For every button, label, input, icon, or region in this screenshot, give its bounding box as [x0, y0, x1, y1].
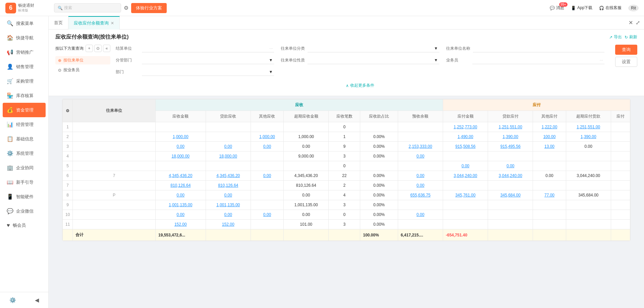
dept-select[interactable]: ▼ [142, 68, 274, 76]
sidebar-item-operations[interactable]: 📊 经营管理 [0, 117, 48, 132]
settings-icon[interactable]: ⚙ [124, 5, 128, 11]
solution-button[interactable]: 体验行业方案 [131, 3, 167, 13]
rec-other-7 [251, 181, 283, 190]
sidebar-item-member[interactable]: ♥ 畅会员 [0, 218, 48, 232]
pay-loan-1[interactable]: 1,251,551.00 [488, 122, 533, 132]
sidebar-item-search-menu[interactable]: 🔍 搜索菜单 [0, 16, 48, 31]
staff-input[interactable]: ··· [472, 56, 604, 64]
partner-category-select[interactable]: ▼ [308, 45, 439, 52]
collapse-conditions-btn[interactable]: ∧ 收起更多条件 [116, 81, 604, 90]
filter-by-partner[interactable]: ⊕ 按往来单位 [55, 56, 110, 64]
rec-advance-6[interactable]: 0.00 [398, 171, 443, 181]
rec-amount-9[interactable]: 1,001,135.00 [155, 200, 206, 210]
sidebar-item-hardware[interactable]: 📱 智能硬件 [0, 189, 48, 204]
pay-loan-6[interactable]: 3,044,240.00 [488, 171, 533, 181]
rec-loan-8[interactable]: 0.00 [206, 190, 251, 200]
rec-loan-6[interactable]: 4,345,436.20 [206, 171, 251, 181]
sidebar-item-sales[interactable]: 👤 销售管理 [0, 59, 48, 74]
sidebar-item-enterprise[interactable]: 🏢 企业协同 [0, 161, 48, 175]
sidebar-item-wechat[interactable]: 💬 企业微信 [0, 204, 48, 218]
pay-loan-5[interactable]: 0.00 [488, 161, 533, 171]
sidebar-item-system[interactable]: ⚙️ 系统管理 [0, 146, 48, 161]
rec-advance-10[interactable]: 0.00 [398, 210, 443, 220]
sidebar-item-marketing[interactable]: 📢 营销推广 [0, 45, 48, 59]
rec-amount-8[interactable]: 0.00 [155, 190, 206, 200]
rec-count-7: 2 [329, 181, 360, 190]
rec-other-10[interactable]: 0.00 [251, 210, 283, 220]
online-service-button[interactable]: 🎧 在线客服 [599, 5, 622, 11]
sidebar-item-quick-nav[interactable]: 🏠 快捷导航 [0, 31, 48, 45]
rec-amount-11[interactable]: 152.00 [155, 220, 206, 229]
rec-advance-4[interactable]: 0.00 [398, 151, 443, 161]
pay-amount-6[interactable]: 3,044,240.00 [443, 171, 488, 181]
sidebar-collapse-icon[interactable]: ◀ [35, 297, 39, 303]
sidebar-item-guide[interactable]: 📖 新手引导 [0, 175, 48, 189]
partner-6: 7 [73, 171, 156, 181]
message-badge: 99+ [559, 2, 568, 7]
sidebar-settings-icon[interactable]: ⚙️ [9, 297, 16, 303]
rec-loan-3[interactable]: 0.00 [206, 142, 251, 151]
rec-loan-10[interactable]: 0.00 [206, 210, 251, 220]
sidebar-item-inventory[interactable]: 🏪 库存核算 [0, 88, 48, 103]
rec-amount-7[interactable]: 810,126.64 [155, 181, 206, 190]
pay-loan-3[interactable]: 915,495.56 [488, 142, 533, 151]
pay-overdue-2[interactable]: 1,390.00 [566, 132, 611, 142]
rec-amount-10[interactable]: 0.00 [155, 210, 206, 220]
filter-collapse-btn[interactable]: « [103, 45, 110, 52]
tab-receivable[interactable]: 应收应付余额查询 ✕ [68, 16, 120, 30]
pay-amount-3[interactable]: 915,508.56 [443, 142, 488, 151]
rec-loan-11[interactable]: 152.00 [206, 220, 251, 229]
pay-amount-2[interactable]: 1,490.00 [443, 132, 488, 142]
user-avatar[interactable]: Rit [628, 6, 639, 10]
row-num-1: 1 [63, 122, 73, 132]
export-button[interactable]: ↗ 导出 [609, 34, 622, 40]
footer-rec-ratio: 100.00% [360, 229, 398, 241]
pay-other-8[interactable]: 77.00 [533, 190, 566, 200]
tab-home[interactable]: 首页 [49, 16, 68, 30]
export-icon: ↗ [609, 35, 612, 40]
pay-overdue-1[interactable]: 1,251,551.00 [566, 122, 611, 132]
header-search[interactable]: 🔍 搜索 [54, 3, 121, 12]
filter-add-btn[interactable]: + [86, 45, 93, 52]
partner-nature-select[interactable]: ▼ [308, 56, 439, 64]
rec-amount-3[interactable]: 0.00 [155, 142, 206, 151]
pay-amount-1[interactable]: 1,252,773.00 [443, 122, 488, 132]
rec-other-6[interactable]: 0.00 [251, 171, 283, 181]
refresh-button[interactable]: ↻ 刷新 [625, 34, 637, 40]
rec-loan-4[interactable]: 18,000.00 [206, 151, 251, 161]
settlement-unit-input[interactable]: ··· [142, 45, 274, 52]
filter-by-staff[interactable]: ⊙ 按业务员 [55, 66, 110, 74]
sidebar-item-basic-info[interactable]: 📋 基础信息 [0, 132, 48, 146]
pay-amount-5[interactable]: 0.00 [443, 161, 488, 171]
tab-maximize-icon[interactable]: ⤢ [636, 19, 640, 26]
filter-edit-btn[interactable]: ⊙ [94, 45, 102, 52]
rec-amount-4[interactable]: 18,000.00 [155, 151, 206, 161]
pay-amount-8[interactable]: 345,761.00 [443, 190, 488, 200]
tab-close-icon[interactable]: ✕ [111, 21, 114, 26]
rec-advance-7[interactable]: 0.00 [398, 181, 443, 190]
rec-loan-7[interactable]: 810,126.64 [206, 181, 251, 190]
settings-button[interactable]: 设置 [615, 57, 637, 67]
message-button[interactable]: 💬 消息 99+ [550, 5, 564, 11]
sidebar-item-purchase[interactable]: 🛒 采购管理 [0, 74, 48, 88]
rec-amount-2[interactable]: 1,000.00 [155, 132, 206, 142]
rec-advance-3[interactable]: 2,153,333.00 [398, 142, 443, 151]
table-settings-col[interactable]: ⚙ [63, 99, 73, 122]
query-button[interactable]: 查询 [615, 45, 637, 55]
sidebar-item-finance[interactable]: 💰 资金管理 [3, 103, 46, 117]
pay-other-3[interactable]: 13.00 [533, 142, 566, 151]
partner-name-input[interactable] [473, 45, 604, 52]
rec-other-2[interactable]: 1,000.00 [251, 132, 283, 142]
pay-other-1[interactable]: 1,222.00 [533, 122, 566, 132]
rec-count-4: 3 [329, 151, 360, 161]
pay-loan-8[interactable]: 345,684.00 [488, 190, 533, 200]
rec-advance-8[interactable]: 655,636.75 [398, 190, 443, 200]
tab-close-window-icon[interactable]: ✕ [629, 19, 633, 26]
pay-loan-2[interactable]: 1,390.00 [488, 132, 533, 142]
rec-other-3[interactable]: 0.00 [251, 142, 283, 151]
pay-other-2[interactable]: 100.00 [533, 132, 566, 142]
rec-loan-9[interactable]: 1,001,135.00 [206, 200, 251, 210]
rec-amount-6[interactable]: 4,345,436.20 [155, 171, 206, 181]
app-download-button[interactable]: 📱 App下载 [571, 5, 592, 11]
dept-manager-select[interactable]: ▼ [142, 56, 274, 64]
